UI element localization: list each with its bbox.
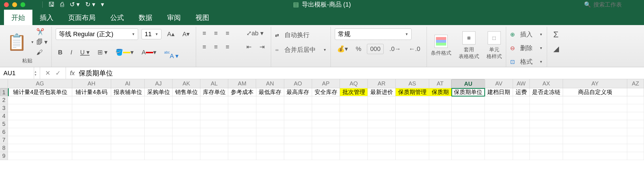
cell[interactable] (200, 152, 228, 160)
tab-审阅[interactable]: 审阅 (160, 10, 188, 25)
cell[interactable] (200, 144, 228, 152)
tab-开始[interactable]: 开始 (4, 10, 32, 25)
cell[interactable] (429, 144, 452, 152)
cell[interactable] (72, 96, 111, 104)
cell[interactable] (256, 152, 284, 160)
cell[interactable] (72, 120, 111, 128)
cell[interactable] (111, 104, 145, 112)
cell[interactable] (429, 120, 452, 128)
cell[interactable] (312, 104, 340, 112)
increase-indent-icon[interactable]: ⇥ (257, 42, 267, 52)
increase-font-icon[interactable]: A▴ (165, 29, 177, 39)
cell[interactable] (452, 136, 485, 144)
cell[interactable] (485, 112, 513, 120)
cell[interactable] (228, 104, 256, 112)
cell[interactable] (530, 96, 563, 104)
orientation-icon[interactable]: ⤢ab ▾ (244, 28, 266, 38)
comma-icon[interactable]: 000 (367, 44, 384, 54)
cell[interactable] (627, 112, 644, 120)
cell[interactable] (200, 120, 228, 128)
cell[interactable] (111, 112, 145, 120)
cell[interactable] (513, 144, 530, 152)
align-center-icon[interactable]: ≡ (212, 42, 220, 52)
currency-icon[interactable]: 💰▾ (335, 44, 350, 54)
cell[interactable]: 安全库存 (312, 88, 340, 96)
cell[interactable] (284, 128, 312, 136)
cell[interactable] (530, 128, 563, 136)
cell[interactable] (485, 136, 513, 144)
customize-qat-icon[interactable]: ▾ (101, 1, 104, 8)
cell[interactable] (340, 144, 368, 152)
cell[interactable] (368, 112, 396, 120)
cancel-formula-icon[interactable]: ✕ (45, 69, 50, 77)
cell-styles-icon[interactable]: ⬚ (488, 31, 501, 44)
cell[interactable] (513, 152, 530, 160)
phonetic-button[interactable]: abcA ▾ (162, 44, 181, 61)
cell[interactable] (228, 136, 256, 144)
cell[interactable] (173, 128, 200, 136)
cell[interactable] (340, 152, 368, 160)
cell[interactable] (284, 120, 312, 128)
cell[interactable] (8, 152, 72, 160)
cell[interactable] (8, 104, 72, 112)
cell[interactable] (513, 96, 530, 104)
underline-button[interactable]: U ▾ (78, 48, 92, 57)
cell[interactable]: 最低库存 (256, 88, 284, 96)
cell[interactable] (627, 88, 644, 96)
cell[interactable]: 是否走冻链 (530, 88, 563, 96)
cell[interactable] (256, 112, 284, 120)
cell[interactable] (200, 136, 228, 144)
cell[interactable] (627, 128, 644, 136)
cell[interactable] (312, 136, 340, 144)
cell[interactable] (452, 128, 485, 136)
cell[interactable] (312, 96, 340, 104)
cell[interactable]: 报表辅单位 (111, 88, 145, 96)
cell[interactable] (173, 112, 200, 120)
cell[interactable] (452, 120, 485, 128)
cell[interactable] (452, 96, 485, 104)
cell[interactable] (627, 144, 644, 152)
decrease-indent-icon[interactable]: ⇤ (244, 42, 254, 52)
conditional-format-icon[interactable] (435, 35, 448, 48)
cell[interactable] (485, 144, 513, 152)
number-format-select[interactable]: 常规▼ (335, 28, 412, 40)
clear-icon[interactable]: ◢ (551, 43, 561, 54)
cell[interactable] (340, 128, 368, 136)
cell[interactable] (145, 136, 173, 144)
increase-decimal-icon[interactable]: .0→ (387, 44, 403, 54)
cell[interactable] (340, 120, 368, 128)
cell[interactable] (111, 144, 145, 152)
search-input[interactable] (593, 1, 639, 8)
cell[interactable] (513, 120, 530, 128)
align-middle-icon[interactable]: ≡ (212, 28, 220, 38)
cell[interactable] (256, 120, 284, 128)
borders-button[interactable]: ⊞ ▾ (95, 48, 110, 57)
format-as-table-icon[interactable]: ⊞ (462, 31, 475, 44)
row-header[interactable]: 6 (0, 128, 8, 136)
cell[interactable] (368, 96, 396, 104)
cell[interactable] (485, 128, 513, 136)
row-header[interactable]: 1 (0, 88, 8, 96)
column-header[interactable]: AP (312, 79, 340, 88)
align-bottom-icon[interactable]: ≡ (223, 28, 232, 38)
cell[interactable] (228, 152, 256, 160)
cell[interactable] (530, 112, 563, 120)
cell[interactable]: 保质期 (429, 88, 452, 96)
cell[interactable] (429, 152, 452, 160)
cell[interactable] (452, 112, 485, 120)
maximize-icon[interactable] (20, 2, 25, 7)
cell[interactable]: 销售单位 (173, 88, 200, 96)
column-header[interactable]: AI (111, 79, 145, 88)
cell[interactable] (627, 152, 644, 160)
cell[interactable] (563, 144, 627, 152)
namebox-stepper[interactable]: ▲▼ (34, 67, 40, 79)
name-box[interactable]: AU1 (0, 67, 34, 79)
column-header[interactable]: AZ (627, 79, 644, 88)
cell[interactable] (8, 144, 72, 152)
cell[interactable] (627, 136, 644, 144)
delete-cells-button[interactable]: 删除 (518, 43, 535, 54)
font-size-select[interactable]: 11▼ (142, 29, 161, 39)
cell[interactable]: 商品自定义项 (563, 88, 627, 96)
row-header[interactable]: 2 (0, 96, 8, 104)
tab-数据[interactable]: 数据 (131, 10, 160, 25)
